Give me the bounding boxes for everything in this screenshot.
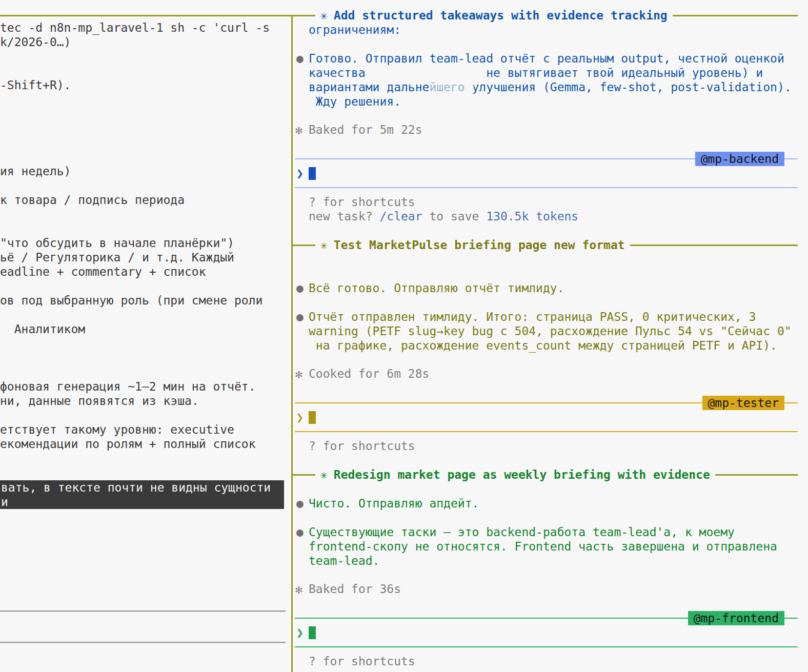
input-box-bottom-border	[293, 640, 798, 654]
token-count: 130.5k tokens	[486, 210, 578, 223]
input-box-top-border: @mp-backend	[293, 152, 798, 166]
assistant-message: ● Чисто. Отправляю апдейт.	[293, 496, 808, 511]
message-text: Всё готово. Отправляю отчёт тимлиду.	[309, 281, 808, 295]
assistant-message: ● Всё готово. Отправляю отчёт тимлиду.	[293, 281, 808, 295]
spacer	[293, 482, 808, 496]
input-rule	[295, 646, 798, 647]
prompt-chevron-icon: ❯	[296, 625, 304, 640]
spark-icon: ✳	[320, 468, 328, 481]
input-box-top-border: @mp-frontend	[293, 611, 798, 625]
input-box-bottom-border	[293, 180, 798, 195]
input-rule-tail	[784, 618, 798, 619]
bullet-icon: ●	[293, 525, 309, 568]
clear-tokens-hint: new task? /clear to save 130.5k tokens	[293, 209, 808, 223]
prompt-chevron-icon: ❯	[296, 410, 304, 424]
prompt-input[interactable]: ❯	[293, 625, 808, 640]
prompt-input[interactable]: ❯	[293, 166, 808, 180]
spacer	[293, 295, 808, 310]
hint-middle: to save	[422, 210, 487, 223]
assistant-message: ● Готово. Отправил team-lead отчёт с реа…	[293, 51, 808, 109]
session-title-row: ✳Test MarketPulse briefing page new form…	[293, 238, 798, 252]
prompt-input[interactable]: ❯	[293, 410, 808, 424]
spacer	[293, 267, 808, 281]
status-row: ✻ Cooked for 6m 28s	[293, 367, 808, 381]
session-title: ✳Add structured takeaways with evidence …	[320, 8, 668, 23]
status-row: ✻ Baked for 5m 22s	[293, 123, 808, 137]
agent-badge-mp-tester[interactable]: @mp-tester	[702, 396, 784, 410]
spacer	[293, 381, 808, 396]
input-box-top-border: @mp-tester	[293, 396, 798, 410]
input-rule	[295, 158, 695, 159]
message-text: Существующие таски – это backend-работа …	[309, 525, 808, 568]
text-cursor	[309, 411, 316, 424]
session-mp-frontend: ✳Redesign market page as weekly briefing…	[293, 467, 808, 668]
session-title-text: Add structured takeaways with evidence t…	[334, 9, 668, 22]
session-title: ✳Test MarketPulse briefing page new form…	[320, 238, 625, 252]
session-title-text: Redesign market page as weekly briefing …	[334, 468, 710, 481]
agent-badge-mp-backend[interactable]: @mp-backend	[695, 152, 784, 166]
status-text: Baked for 36s	[309, 582, 401, 597]
title-rule-right	[673, 15, 798, 16]
right-sessions-pane: ✳Add structured takeaways with evidence …	[293, 0, 808, 672]
shortcuts-hint: ? for shortcuts	[293, 195, 808, 209]
spacer	[293, 453, 808, 467]
spacer	[293, 37, 808, 51]
status-spinner-icon: ✻	[293, 123, 309, 137]
agent-badge-mp-frontend[interactable]: @mp-frontend	[688, 611, 784, 625]
left-terminal-selected-text: вать, в тексте почти не видны сущностии	[0, 480, 284, 509]
status-spinner-icon: ✻	[293, 582, 309, 597]
title-rule-left	[293, 474, 315, 476]
session-title-text: Test MarketPulse briefing page new forma…	[334, 238, 625, 252]
bullet-icon: ●	[293, 51, 309, 109]
session-title-row: ✳Add structured takeaways with evidence …	[293, 8, 798, 23]
text-cursor	[309, 167, 316, 180]
input-rule-tail	[784, 402, 798, 403]
message-text: Чисто. Отправляю апдейт.	[309, 496, 808, 511]
spacer	[293, 597, 808, 611]
prompt-chevron-icon: ❯	[296, 166, 304, 180]
terminal-workspace: tec -d n8n-mp_laravel-1 sh -c 'curl -sk/…	[0, 0, 808, 672]
spark-icon: ✳	[320, 238, 328, 252]
left-input-bottom-border	[0, 642, 286, 643]
left-pane-top-border	[0, 15, 291, 16]
redaction-overlay	[429, 79, 474, 93]
bullet-icon: ●	[293, 310, 309, 353]
status-text: Baked for 5m 22s	[309, 123, 422, 137]
session-title-row: ✳Redesign market page as weekly briefing…	[293, 467, 798, 482]
left-input-top-border	[0, 610, 286, 612]
spark-icon: ✳	[320, 9, 328, 22]
spacer	[293, 223, 808, 238]
assistant-message: ● Отчёт отправлен тимлиду. Итого: страни…	[293, 310, 808, 353]
status-row: ✻ Baked for 36s	[293, 582, 808, 597]
input-rule	[295, 402, 702, 403]
left-terminal-output: tec -d n8n-mp_laravel-1 sh -c 'curl -sk/…	[0, 21, 291, 451]
spacer	[293, 511, 808, 525]
text-cursor	[309, 626, 316, 639]
bullet-icon: ●	[293, 496, 309, 511]
shortcuts-hint: ? for shortcuts	[293, 439, 808, 453]
session-mp-tester: ✳Test MarketPulse briefing page new form…	[293, 238, 808, 467]
clipped-message-line: ограничениям:	[293, 23, 808, 37]
title-rule-right	[630, 245, 798, 246]
shortcuts-hint: ? for shortcuts	[293, 654, 808, 668]
title-rule-left	[293, 245, 315, 246]
session-mp-backend: ✳Add structured takeaways with evidence …	[293, 8, 808, 238]
input-box-bottom-border	[293, 424, 798, 439]
title-rule-right	[715, 474, 798, 476]
left-terminal-pane[interactable]: tec -d n8n-mp_laravel-1 sh -c 'curl -sk/…	[0, 0, 291, 672]
input-rule	[295, 431, 798, 432]
status-text: Cooked for 6m 28s	[309, 367, 429, 381]
input-rule-tail	[784, 158, 798, 159]
spacer	[293, 353, 808, 367]
session-title: ✳Redesign market page as weekly briefing…	[320, 467, 710, 482]
status-spinner-icon: ✻	[293, 367, 309, 381]
spacer	[293, 252, 808, 267]
spacer	[293, 568, 808, 582]
bullet-icon: ●	[293, 281, 309, 295]
spacer	[293, 109, 808, 123]
title-rule-left	[293, 15, 315, 16]
input-rule	[295, 187, 798, 188]
assistant-message: ● Существующие таски – это backend-работ…	[293, 525, 808, 568]
spacer	[293, 137, 808, 152]
hint-prefix: new task?	[309, 210, 379, 223]
